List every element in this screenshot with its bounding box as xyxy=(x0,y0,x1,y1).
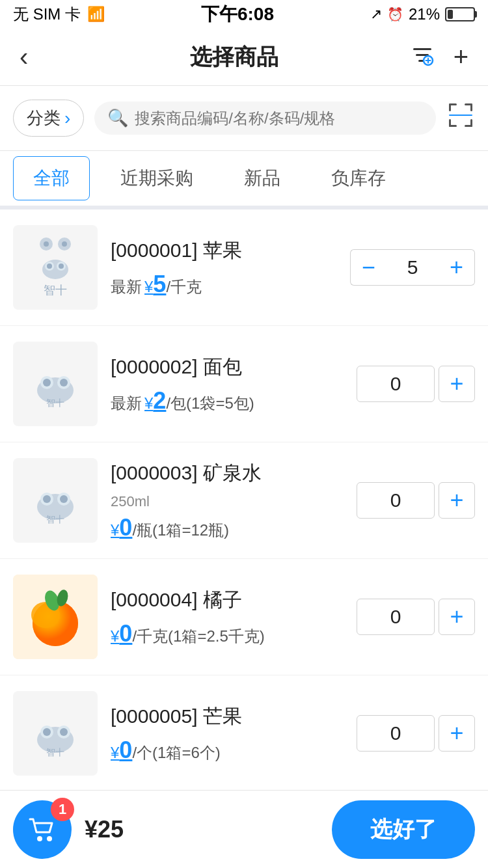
owl-logo: 智十 xyxy=(39,237,72,298)
product-image: 智十 xyxy=(13,225,98,310)
quantity-control: + xyxy=(357,482,475,519)
product-name: [0000002] 面包 xyxy=(111,354,344,381)
product-price: ¥ 0 /千克(1箱=2.5千克) xyxy=(111,620,344,647)
status-right: ↗ ⏰ 21% xyxy=(370,5,475,23)
svg-point-42 xyxy=(60,728,68,736)
filter-icon[interactable] xyxy=(411,43,434,72)
product-info: [0000001] 苹果 最新 ¥ 5 /千克 xyxy=(111,237,337,298)
quantity-input[interactable] xyxy=(357,599,435,635)
category-button[interactable]: 分类 › xyxy=(13,100,84,137)
product-info: [0000004] 橘子 ¥ 0 /千克(1箱=2.5千克) xyxy=(111,587,344,647)
status-bar: 无 SIM 卡 📶 下午6:08 ↗ ⏰ 21% xyxy=(0,0,488,29)
product-item: 智十 [0000003] 矿泉水 250ml ¥ 0 /瓶(1箱=12瓶) + xyxy=(0,442,488,559)
svg-text:智十: 智十 xyxy=(46,747,64,757)
quantity-control: + xyxy=(357,366,475,402)
scan-icon[interactable] xyxy=(446,101,475,135)
search-input-wrap[interactable]: 🔍 xyxy=(94,102,436,135)
add-icon[interactable]: + xyxy=(454,42,468,72)
svg-text:智十: 智十 xyxy=(46,398,64,408)
product-price: 最新 ¥ 5 /千克 xyxy=(111,271,337,298)
increase-button[interactable]: + xyxy=(439,249,475,286)
svg-text:智十: 智十 xyxy=(46,514,64,524)
search-bar: 分类 › 🔍 xyxy=(0,86,488,151)
product-price: ¥ 0 /瓶(1箱=12瓶) xyxy=(111,514,344,541)
product-price: ¥ 0 /个(1箱=6个) xyxy=(111,737,344,764)
product-name: [0000004] 橘子 xyxy=(111,587,344,614)
search-input[interactable] xyxy=(135,109,423,128)
svg-rect-13 xyxy=(470,119,472,127)
product-item: [0000004] 橘子 ¥ 0 /千克(1箱=2.5千克) + xyxy=(0,559,488,675)
product-image: 智十 xyxy=(13,458,98,543)
quantity-input[interactable] xyxy=(357,482,435,519)
increase-button[interactable]: + xyxy=(439,366,475,402)
product-spec: 250ml xyxy=(111,493,344,510)
product-name: [0000003] 矿泉水 xyxy=(111,460,344,487)
quantity-control: + xyxy=(357,599,475,635)
nav-bar: ‹ 选择商品 + xyxy=(0,29,488,86)
increase-button[interactable]: + xyxy=(439,482,475,519)
svg-point-56 xyxy=(37,836,42,841)
svg-rect-7 xyxy=(449,103,451,111)
alarm-icon: ⏰ xyxy=(387,7,403,22)
product-info: [0000005] 芒果 ¥ 0 /个(1箱=6个) xyxy=(111,703,344,764)
decrease-button[interactable]: − xyxy=(350,249,386,286)
product-image-orange xyxy=(13,575,98,659)
tab-recent[interactable]: 近期采购 xyxy=(100,156,213,200)
location-icon: ↗ xyxy=(370,6,382,23)
cart-total: ¥25 xyxy=(85,816,124,843)
battery-icon xyxy=(445,7,475,21)
product-info: [0000002] 面包 最新 ¥ 2 /包(1袋=5包) xyxy=(111,354,344,414)
quantity-control: − + xyxy=(350,249,475,286)
page-title: 选择商品 xyxy=(190,42,278,72)
product-item: 智十 [0000005] 芒果 ¥ 0 /个(1箱=6个) + xyxy=(0,675,488,792)
tab-all[interactable]: 全部 xyxy=(13,156,90,200)
search-icon: 🔍 xyxy=(107,108,128,128)
product-image: 智十 xyxy=(13,691,98,776)
svg-point-24 xyxy=(60,379,68,387)
svg-point-15 xyxy=(42,260,68,279)
back-button[interactable]: ‹ xyxy=(20,42,59,72)
status-left: 无 SIM 卡 📶 xyxy=(13,4,105,25)
tab-new[interactable]: 新品 xyxy=(224,156,301,200)
tab-bar: 全部 近期采购 新品 负库存 xyxy=(0,151,488,210)
cart-icon-button[interactable]: 1 xyxy=(13,800,72,859)
svg-point-23 xyxy=(43,379,51,387)
carrier-label: 无 SIM 卡 xyxy=(13,4,81,25)
battery-percent: 21% xyxy=(409,5,440,23)
cart-badge: 1 xyxy=(51,798,74,821)
svg-rect-9 xyxy=(470,103,472,111)
status-time: 下午6:08 xyxy=(201,2,274,27)
wifi-icon: 📶 xyxy=(87,6,105,23)
nav-actions: + xyxy=(411,42,468,72)
svg-rect-14 xyxy=(449,115,472,116)
product-name: [0000005] 芒果 xyxy=(111,703,344,730)
increase-button[interactable]: + xyxy=(439,715,475,752)
bottom-bar: 1 ¥25 选好了 xyxy=(0,790,488,868)
svg-point-41 xyxy=(43,728,51,736)
product-info: [0000003] 矿泉水 250ml ¥ 0 /瓶(1箱=12瓶) xyxy=(111,460,344,541)
quantity-input[interactable] xyxy=(357,366,435,402)
increase-button[interactable]: + xyxy=(439,599,475,635)
svg-point-18 xyxy=(47,264,52,269)
confirm-button[interactable]: 选好了 xyxy=(332,800,475,859)
svg-point-29 xyxy=(43,495,51,503)
owl-logo: 智十 xyxy=(29,358,81,410)
svg-point-30 xyxy=(60,495,68,503)
product-name: [0000001] 苹果 xyxy=(111,237,337,264)
product-image: 智十 xyxy=(13,342,98,426)
product-price: 最新 ¥ 2 /包(1袋=5包) xyxy=(111,387,344,414)
svg-point-19 xyxy=(59,264,64,269)
quantity-control: + xyxy=(357,715,475,752)
product-item: 智十 [0000001] 苹果 最新 ¥ 5 /千克 − + xyxy=(0,210,488,326)
cart-area: 1 ¥25 xyxy=(13,800,332,859)
quantity-input[interactable] xyxy=(357,715,435,752)
quantity-input[interactable] xyxy=(386,249,439,286)
svg-point-57 xyxy=(47,836,52,841)
svg-rect-11 xyxy=(449,119,451,127)
product-item: 智十 [0000002] 面包 最新 ¥ 2 /包(1袋=5包) + xyxy=(0,326,488,442)
product-list: 智十 [0000001] 苹果 最新 ¥ 5 /千克 − + xyxy=(0,210,488,868)
tab-negative[interactable]: 负库存 xyxy=(311,156,406,200)
chevron-right-icon: › xyxy=(64,108,70,129)
category-label: 分类 xyxy=(27,107,61,129)
svg-rect-0 xyxy=(413,48,431,50)
